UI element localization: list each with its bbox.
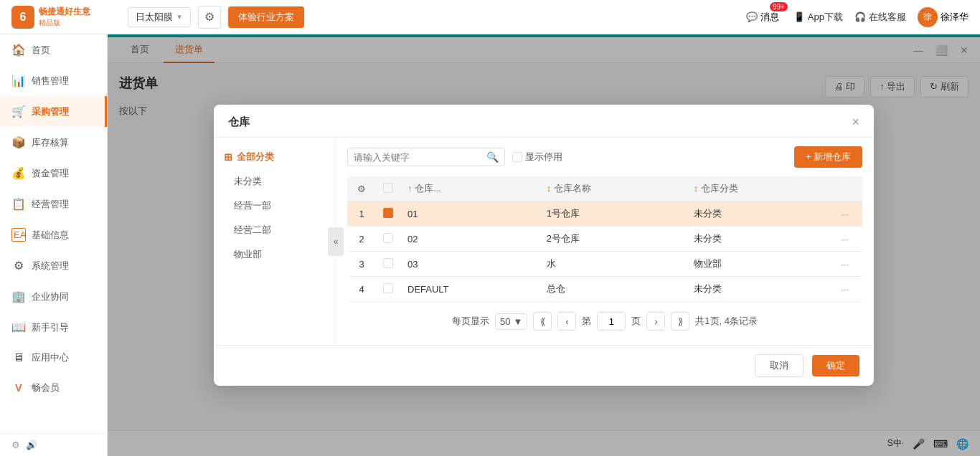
category-ops2[interactable]: 经营二部: [214, 218, 335, 242]
phone-icon: 📱: [793, 11, 805, 22]
logo-text: 畅捷通好生意 精品版: [39, 6, 90, 28]
category-all[interactable]: ⊞ 全部分类: [214, 145, 335, 169]
sidebar-label-app-center: 应用中心: [32, 351, 69, 364]
per-page-dropdown-icon: ▼: [513, 316, 522, 327]
messages-button[interactable]: 💬 消息 99+: [743, 8, 782, 27]
per-page-select[interactable]: 50 ▼: [495, 313, 527, 330]
col-settings[interactable]: ⚙: [347, 176, 376, 201]
experience-button[interactable]: 体验行业方案: [228, 6, 304, 28]
row-checkbox-cell[interactable]: [376, 227, 400, 252]
search-input-wrap: 🔍: [347, 148, 505, 166]
row-more[interactable]: ···: [834, 201, 862, 227]
row-name: 1号仓库: [540, 201, 687, 227]
category-ops1[interactable]: 经营一部: [214, 194, 335, 218]
row-checkbox-cell[interactable]: [376, 201, 400, 227]
dialog-title: 仓库: [228, 115, 250, 129]
sidebar-item-guide[interactable]: 📖 新手引导: [0, 312, 107, 343]
row-more[interactable]: ···: [834, 227, 862, 252]
sidebar-item-basic-info[interactable]: EA 基础信息: [0, 219, 107, 250]
row-code: DEFAULT: [400, 277, 540, 302]
message-icon: 💬: [746, 11, 758, 22]
page-number-input[interactable]: [597, 312, 626, 331]
finance-icon: 💰: [11, 166, 26, 180]
sidebar-item-home[interactable]: 🏠 首页: [0, 34, 107, 65]
app-center-icon: 🖥: [11, 351, 26, 364]
dialog-close-button[interactable]: ×: [852, 115, 859, 130]
more-button[interactable]: ···: [841, 209, 849, 219]
row-category: 未分类: [687, 227, 834, 252]
cancel-button[interactable]: 取消: [755, 354, 804, 377]
table-row[interactable]: 4 DEFAULT 总仓 未分类 ···: [347, 277, 862, 302]
table-panel: 🔍 显示停用 + 新增仓库: [336, 138, 874, 345]
row-checkbox[interactable]: [383, 283, 393, 293]
row-number: 1: [347, 201, 376, 227]
row-checkbox-cell[interactable]: [376, 277, 400, 302]
row-number: 4: [347, 277, 376, 302]
sidebar-item-purchase[interactable]: 🛒 采购管理: [0, 96, 107, 127]
table-row[interactable]: 1 01 1号仓库 未分类 ···: [347, 201, 862, 227]
more-button[interactable]: ···: [841, 234, 849, 244]
sidebar-label-sales: 销售管理: [32, 75, 69, 87]
sidebar-item-finance[interactable]: 💰 资金管理: [0, 158, 107, 189]
show-disabled-label[interactable]: 显示停用: [512, 151, 562, 163]
table-row[interactable]: 3 03 水 物业部 ···: [347, 252, 862, 277]
row-checkbox[interactable]: [383, 233, 393, 243]
next-page-button[interactable]: ›: [646, 312, 665, 331]
top-header: 6 畅捷通好生意 精品版 日太阳膜 ▼ ⚙ 体验行业方案 💬 消息 99+ 📱 …: [0, 0, 980, 34]
purchase-icon: 🛒: [11, 105, 26, 118]
sidebar-bottom: ⚙ 🔊: [0, 433, 107, 456]
confirm-button[interactable]: 确定: [812, 355, 859, 376]
show-disabled-checkbox[interactable]: [512, 152, 522, 162]
headphone-icon: 🎧: [854, 11, 866, 22]
dialog-body: ⊞ 全部分类 未分类 经营一部 经营二部 物业部 «: [214, 138, 874, 345]
guide-icon: 📖: [11, 320, 26, 334]
row-code: 02: [400, 227, 540, 252]
enterprise-icon: 🏢: [11, 290, 26, 303]
sidebar-item-sales[interactable]: 📊 销售管理: [0, 65, 107, 96]
category-property[interactable]: 物业部: [214, 242, 335, 267]
logo-area: 6 畅捷通好生意 精品版: [11, 6, 119, 29]
row-checkbox[interactable]: [383, 208, 393, 218]
collapse-panel-button[interactable]: «: [328, 227, 344, 256]
online-service-link[interactable]: 🎧 在线客服: [854, 11, 906, 24]
select-all-checkbox[interactable]: [383, 183, 393, 193]
volume-icon[interactable]: 🔊: [26, 440, 37, 450]
dropdown-arrow-icon: ▼: [176, 13, 183, 21]
settings-bottom-icon[interactable]: ⚙: [11, 440, 20, 450]
category-unclassified[interactable]: 未分类: [214, 169, 335, 194]
table-row[interactable]: 2 02 2号仓库 未分类 ···: [347, 227, 862, 252]
sidebar-item-inventory[interactable]: 📦 库存核算: [0, 127, 107, 158]
dialog-footer: 取消 确定: [214, 345, 874, 386]
user-info[interactable]: 徐 徐泽华: [918, 7, 969, 27]
more-button[interactable]: ···: [841, 284, 849, 295]
sidebar-item-enterprise[interactable]: 🏢 企业协同: [0, 281, 107, 312]
search-icon[interactable]: 🔍: [486, 151, 499, 163]
more-button[interactable]: ···: [841, 259, 849, 270]
sidebar-item-member[interactable]: V 畅会员: [0, 373, 107, 403]
search-input[interactable]: [354, 152, 486, 163]
col-checkbox-header[interactable]: [376, 176, 400, 201]
sidebar: 🏠 首页 📊 销售管理 🛒 采购管理 📦 库存核算 💰 资金管理 📋 经营管理 …: [0, 34, 108, 456]
first-page-button[interactable]: ⟪: [533, 312, 552, 331]
row-checkbox[interactable]: [383, 258, 393, 268]
home-icon: 🏠: [11, 43, 26, 57]
last-page-button[interactable]: ⟫: [671, 312, 689, 331]
sidebar-item-operations[interactable]: 📋 经营管理: [0, 189, 107, 219]
row-number: 3: [347, 252, 376, 277]
row-category: 物业部: [687, 252, 834, 277]
row-checkbox-cell[interactable]: [376, 252, 400, 277]
sidebar-item-app-center[interactable]: 🖥 应用中心: [0, 343, 107, 373]
col-category-header: ↕ 仓库分类: [687, 176, 834, 201]
row-more[interactable]: ···: [834, 252, 862, 277]
prev-page-button[interactable]: ‹: [557, 312, 576, 331]
store-selector[interactable]: 日太阳膜 ▼: [128, 7, 191, 27]
sidebar-label-basic-info: 基础信息: [32, 229, 69, 242]
row-more[interactable]: ···: [834, 277, 862, 302]
header-middle: 日太阳膜 ▼ ⚙ 体验行业方案: [128, 6, 735, 29]
add-warehouse-button[interactable]: + 新增仓库: [794, 146, 862, 168]
app-download-link[interactable]: 📱 App下载: [793, 11, 843, 24]
sidebar-label-finance: 资金管理: [32, 167, 69, 180]
sales-icon: 📊: [11, 74, 26, 87]
settings-button[interactable]: ⚙: [198, 6, 221, 29]
sidebar-item-system[interactable]: ⚙ 系统管理: [0, 250, 107, 281]
